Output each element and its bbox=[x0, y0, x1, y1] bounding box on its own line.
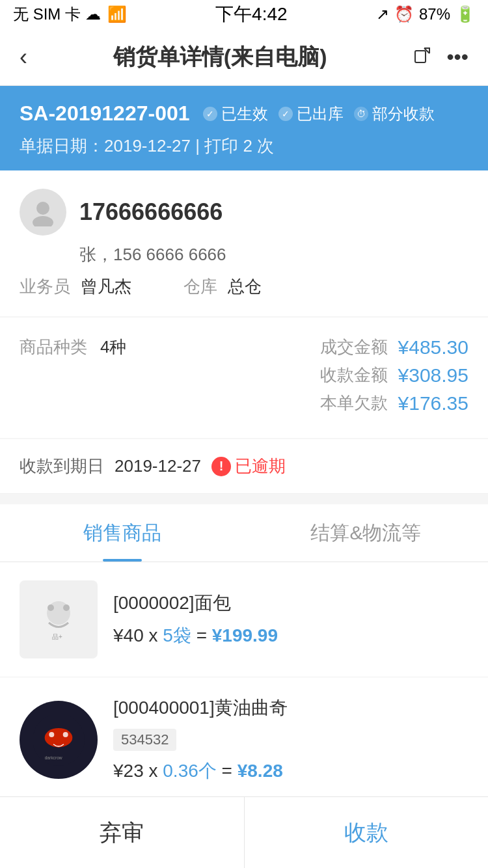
cancel-button[interactable]: 弃审 bbox=[0, 797, 245, 868]
customer-section: 17666666666 张，156 6666 6666 业务员 曾凡杰 仓库 总… bbox=[0, 170, 488, 316]
badge-effective-label: 已生效 bbox=[221, 103, 268, 124]
product-thumb-1: darkcrow bbox=[20, 701, 98, 779]
tabs-section: 销售商品 结算&物流等 bbox=[0, 504, 488, 562]
svg-point-5 bbox=[63, 604, 70, 611]
amount-item-2: 本单欠款 ¥176.35 bbox=[320, 392, 468, 414]
customer-info: 张，156 6666 6666 bbox=[20, 243, 468, 266]
badge-partial-label: 部分收款 bbox=[372, 103, 435, 124]
due-date-value: 2019-12-27 bbox=[115, 456, 201, 476]
order-print: 打印 2 次 bbox=[204, 136, 274, 156]
badge-partial: ⏱ 部分收款 bbox=[354, 103, 435, 124]
due-section: 收款到期日 2019-12-27 ! 已逾期 bbox=[0, 439, 488, 494]
confirm-button[interactable]: 收款 bbox=[245, 797, 489, 868]
amount-label-0: 成交金额 bbox=[320, 336, 388, 359]
bottom-bar: 弃审 收款 bbox=[0, 796, 488, 868]
tab-products-label: 销售商品 bbox=[83, 520, 161, 547]
check-icon-2: ✓ bbox=[278, 107, 293, 121]
nav-actions: ••• bbox=[413, 44, 468, 70]
product-multiply-0: x bbox=[149, 625, 163, 645]
sim-label: 无 SIM 卡 ☁ bbox=[13, 4, 101, 25]
svg-rect-0 bbox=[415, 51, 426, 62]
product-price-1: ¥23 x 0.36个 = ¥8.28 bbox=[113, 759, 468, 783]
amount-item-0: 成交金额 ¥485.30 bbox=[320, 336, 468, 359]
warehouse-label: 仓库 bbox=[183, 275, 217, 298]
tab-products[interactable]: 销售商品 bbox=[0, 504, 244, 562]
product-item-1: darkcrow [000400001]黄油曲奇 534532 ¥23 x 0.… bbox=[0, 677, 488, 802]
tab-settlement[interactable]: 结算&物流等 bbox=[244, 504, 488, 562]
product-info-1: [000400001]黄油曲奇 534532 ¥23 x 0.36个 = ¥8.… bbox=[113, 696, 468, 783]
amount-item-1: 收款金额 ¥308.95 bbox=[320, 364, 468, 387]
badge-effective: ✓ 已生效 bbox=[203, 103, 268, 124]
overdue-badge: ! 已逾期 bbox=[211, 455, 286, 478]
overdue-icon: ! bbox=[211, 457, 231, 476]
page-title: 销货单详情(来自电脑) bbox=[113, 42, 327, 72]
avatar bbox=[20, 189, 66, 236]
summary-right: 成交金额 ¥485.30 收款金额 ¥308.95 本单欠款 ¥176.35 bbox=[320, 336, 468, 420]
svg-point-4 bbox=[47, 604, 54, 611]
product-equals-1: = bbox=[222, 761, 237, 781]
product-name-0: [0000002]面包 bbox=[113, 591, 468, 616]
summary-left: 商品种类 4种 bbox=[20, 336, 126, 361]
svg-text:darkcrow: darkcrow bbox=[45, 755, 62, 760]
confirm-label: 收款 bbox=[344, 818, 388, 848]
status-badges: ✓ 已生效 ✓ 已出库 ⏱ 部分收款 bbox=[203, 103, 435, 124]
product-thumb-0: 品+ bbox=[20, 580, 98, 658]
product-name-1: [000400001]黄油曲奇 bbox=[113, 696, 468, 720]
product-types-item: 商品种类 4种 bbox=[20, 336, 126, 359]
more-icon[interactable]: ••• bbox=[446, 45, 468, 69]
product-types-value: 4种 bbox=[100, 336, 126, 359]
tab-settlement-label: 结算&物流等 bbox=[310, 520, 421, 547]
staff-item: 业务员 曾凡杰 bbox=[20, 275, 131, 298]
product-price-0: ¥40 x 5袋 = ¥199.99 bbox=[113, 623, 468, 648]
order-id: SA-20191227-001 bbox=[20, 102, 190, 126]
product-multiply-1: x bbox=[149, 761, 163, 781]
product-unit-price-1: ¥23 bbox=[113, 761, 144, 781]
warehouse-value: 总仓 bbox=[228, 275, 262, 298]
products-section: 品+ [0000002]面包 ¥40 x 5袋 = ¥199.99 bbox=[0, 562, 488, 802]
svg-text:品+: 品+ bbox=[52, 633, 62, 640]
product-unit-price-0: ¥40 bbox=[113, 625, 144, 645]
product-batch-1: 534532 bbox=[113, 729, 176, 751]
svg-point-2 bbox=[33, 216, 53, 226]
amount-value-1: ¥308.95 bbox=[398, 364, 468, 387]
back-button[interactable]: ‹ bbox=[20, 44, 27, 71]
alarm-icon: ⏰ bbox=[394, 5, 414, 23]
order-header: SA-20191227-001 ✓ 已生效 ✓ 已出库 ⏱ 部分收款 单据日期：… bbox=[0, 86, 488, 170]
product-total-0: ¥199.99 bbox=[212, 625, 278, 645]
due-label: 收款到期日 bbox=[20, 455, 104, 478]
customer-details: 业务员 曾凡杰 仓库 总仓 bbox=[20, 275, 468, 298]
overdue-text: 已逾期 bbox=[235, 455, 286, 478]
clock-icon: ⏱ bbox=[354, 107, 368, 121]
nav-bar: ‹ 销货单详情(来自电脑) ••• bbox=[0, 29, 488, 86]
status-bar: 无 SIM 卡 ☁ 📶 下午4:42 ↗ ⏰ 87% 🔋 bbox=[0, 0, 488, 29]
share-icon[interactable] bbox=[413, 44, 433, 70]
badge-shipped: ✓ 已出库 bbox=[278, 103, 344, 124]
battery-level: 87% bbox=[419, 5, 450, 23]
status-right: ↗ ⏰ 87% 🔋 bbox=[376, 5, 475, 23]
badge-shipped-label: 已出库 bbox=[297, 103, 344, 124]
check-icon-1: ✓ bbox=[203, 107, 217, 121]
product-equals-0: = bbox=[197, 625, 212, 645]
customer-row: 17666666666 bbox=[20, 189, 468, 236]
location-icon: ↗ bbox=[376, 5, 389, 23]
order-date: 单据日期：2019-12-27 bbox=[20, 136, 191, 156]
summary-section: 商品种类 4种 成交金额 ¥485.30 收款金额 ¥308.95 本单欠款 ¥… bbox=[0, 318, 488, 438]
status-left: 无 SIM 卡 ☁ 📶 bbox=[13, 4, 127, 25]
warehouse-item: 仓库 总仓 bbox=[183, 275, 262, 298]
product-types-label: 商品种类 bbox=[20, 336, 87, 359]
product-total-1: ¥8.28 bbox=[237, 761, 283, 781]
amount-value-2: ¥176.35 bbox=[398, 392, 468, 414]
product-quantity-0: 5袋 bbox=[163, 625, 191, 645]
svg-point-10 bbox=[63, 732, 68, 737]
product-quantity-1: 0.36个 bbox=[163, 761, 217, 781]
battery-icon: 🔋 bbox=[455, 5, 475, 23]
amount-label-2: 本单欠款 bbox=[320, 392, 388, 414]
svg-point-9 bbox=[49, 732, 54, 737]
svg-point-1 bbox=[36, 202, 49, 215]
wifi-icon: 📶 bbox=[107, 5, 127, 23]
order-header-top: SA-20191227-001 ✓ 已生效 ✓ 已出库 ⏱ 部分收款 bbox=[20, 102, 468, 126]
status-time: 下午4:42 bbox=[215, 2, 288, 27]
staff-label: 业务员 bbox=[20, 275, 70, 298]
order-divider: | bbox=[195, 136, 204, 156]
product-item-0: 品+ [0000002]面包 ¥40 x 5袋 = ¥199.99 bbox=[0, 562, 488, 677]
